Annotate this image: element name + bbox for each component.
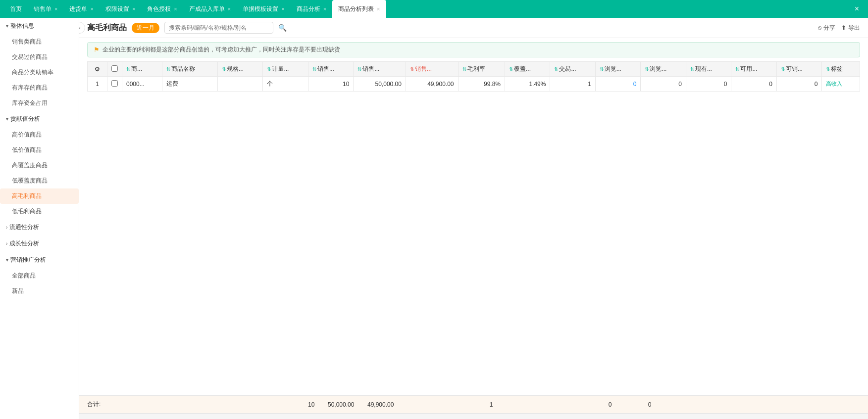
col-trade-qty[interactable]: ⇅交易...: [550, 62, 595, 77]
col-stock-sale[interactable]: ⇅可销...: [776, 62, 821, 77]
header-actions: ⎋ 分享 ⬆ 导出: [818, 24, 860, 32]
col-stock-curr[interactable]: ⇅现有...: [686, 62, 731, 77]
table-row: 1 0000... 运费 个 10 50,000.00 49,900.00 99…: [88, 77, 860, 92]
col-cover-rate[interactable]: ⇅覆盖...: [505, 62, 550, 77]
top-nav: 首页 销售单 × 进货单 × 权限设置 × 角色授权 × 产成品入库单 × 单据…: [0, 0, 868, 18]
sidebar-item-high-value[interactable]: 高价值商品: [0, 127, 79, 142]
close-product-analysis-list[interactable]: ×: [377, 6, 380, 12]
footer-stock-curr: 0: [576, 401, 615, 408]
sidebar-item-stock-capital[interactable]: 库存资金占用: [0, 95, 79, 111]
cell-checkbox[interactable]: [107, 77, 122, 92]
close-sales-order[interactable]: ×: [54, 6, 57, 12]
filter-button[interactable]: 近一月: [132, 23, 159, 33]
cell-stock-sale: 0: [776, 77, 821, 92]
close-product-inbound[interactable]: ×: [228, 6, 231, 12]
cell-name: 运费: [162, 77, 217, 92]
export-icon: ⬆: [841, 24, 846, 31]
close-all-tabs[interactable]: ×: [850, 4, 864, 13]
nav-sales-order[interactable]: 销售单 ×: [28, 0, 63, 18]
sidebar-item-category-rate[interactable]: 商品分类助销率: [0, 65, 79, 80]
sidebar-section-contribution[interactable]: ▾ 贡献值分析: [0, 111, 79, 127]
nav-product-inbound[interactable]: 产成品入库单 ×: [183, 0, 237, 18]
cell-gross-rate: 99.8%: [458, 77, 505, 92]
footer-cells: 10 50,000.00 49,900.00 1 0 0: [120, 401, 860, 408]
sidebar-item-low-coverage[interactable]: 低覆盖度商品: [0, 173, 79, 188]
footer-browse-b: [536, 401, 576, 408]
nav-product-analysis[interactable]: 商品分析 ×: [291, 0, 332, 18]
cell-trade-qty: 1: [550, 77, 595, 92]
sidebar-section-growth[interactable]: › 成长性分析: [0, 235, 79, 252]
col-name[interactable]: ⇅商品名称: [162, 62, 217, 77]
sidebar-section-overall[interactable]: ▾ 整体信息: [0, 18, 79, 34]
nav-permission[interactable]: 权限设置 ×: [100, 0, 141, 18]
nav-product-analysis-list[interactable]: 商品分析列表 ×: [332, 0, 386, 18]
settings-icon[interactable]: ⚙: [95, 66, 100, 73]
export-button[interactable]: ⬆ 导出: [841, 24, 860, 32]
footer-sale-profit: 49,900.00: [358, 401, 398, 408]
col-unit[interactable]: ⇅计量...: [263, 62, 308, 77]
footer-placeholder-2: [219, 401, 249, 408]
row-checkbox[interactable]: [111, 80, 118, 87]
sidebar-item-low-margin[interactable]: 低毛利商品: [0, 204, 79, 219]
sidebar-item-high-margin[interactable]: 高毛利商品: [0, 188, 79, 204]
cell-unit: 个: [263, 77, 308, 92]
arrow-marketing: ▾: [6, 257, 8, 263]
col-sale-amt[interactable]: ⇅销售...: [354, 62, 406, 77]
footer-placeholder-3: [249, 401, 279, 408]
page-title: 高毛利商品: [87, 23, 127, 33]
sidebar: ▾ 整体信息 销售类商品 交易过的商品 商品分类助销率 有库存的商品 库存资金占…: [0, 18, 79, 419]
col-spec[interactable]: ⇅规格...: [217, 62, 262, 77]
footer-bar: 合计: 10 50,000.00 49,900.00 1 0 0: [79, 395, 868, 413]
col-sale-profit[interactable]: ⇅销售...: [406, 62, 458, 77]
col-gross-rate[interactable]: ⇅毛利率: [458, 62, 505, 77]
sidebar-section-liquidity[interactable]: › 流通性分析: [0, 219, 79, 235]
select-all-checkbox[interactable]: [111, 65, 118, 72]
sidebar-item-sales-goods[interactable]: 销售类商品: [0, 34, 79, 49]
col-sale-qty[interactable]: ⇅销售...: [308, 62, 353, 77]
nav-template-settings[interactable]: 单据模板设置 ×: [237, 0, 290, 18]
nav-home[interactable]: 首页: [4, 0, 28, 18]
sidebar-section-marketing[interactable]: ▾ 营销推广分析: [0, 252, 79, 268]
nav-purchase-order[interactable]: 进货单 ×: [63, 0, 99, 18]
col-tag[interactable]: ⇅标签: [822, 62, 860, 77]
close-template-settings[interactable]: ×: [281, 6, 284, 12]
search-input[interactable]: [164, 22, 273, 34]
arrow-growth: ›: [6, 241, 7, 246]
col-browse-b[interactable]: ⇅浏览...: [641, 62, 686, 77]
search-button[interactable]: 🔍: [278, 24, 287, 32]
sidebar-item-low-value[interactable]: 低价值商品: [0, 142, 79, 158]
bottom-scrollbar[interactable]: [79, 413, 868, 419]
close-role-auth[interactable]: ×: [174, 6, 177, 12]
sidebar-item-high-coverage[interactable]: 高覆盖度商品: [0, 158, 79, 173]
col-checkbox[interactable]: [107, 62, 122, 77]
sidebar-item-traded-goods[interactable]: 交易过的商品: [0, 49, 79, 65]
col-stock-avail[interactable]: ⇅可用...: [731, 62, 776, 77]
sidebar-item-in-stock[interactable]: 有库存的商品: [0, 80, 79, 95]
cell-stock-curr: 0: [686, 77, 731, 92]
content-area: « 高毛利商品 近一月 🔍 ⎋ 分享 ⬆ 导出 ⚑ 企业的主要的利润都是这部分商…: [79, 18, 868, 419]
cell-sale-profit: 49,900.00: [406, 77, 458, 92]
cell-browse-a[interactable]: 0: [595, 77, 640, 92]
cell-code: 0000...: [122, 77, 162, 92]
arrow-contribution: ▾: [6, 116, 8, 122]
product-table: ⚙ ⇅商... ⇅商品名称 ⇅规格... ⇅计量... ⇅销售... ⇅销售..…: [87, 61, 860, 92]
col-browse-a[interactable]: ⇅浏览...: [595, 62, 640, 77]
cell-tag: 高收入: [822, 77, 860, 92]
tip-icon: ⚑: [94, 46, 100, 53]
table-header-row: ⚙ ⇅商... ⇅商品名称 ⇅规格... ⇅计量... ⇅销售... ⇅销售..…: [88, 62, 860, 77]
table-wrapper[interactable]: ⚙ ⇅商... ⇅商品名称 ⇅规格... ⇅计量... ⇅销售... ⇅销售..…: [79, 61, 868, 395]
close-purchase-order[interactable]: ×: [90, 6, 93, 12]
close-product-analysis[interactable]: ×: [323, 6, 326, 12]
share-button[interactable]: ⎋ 分享: [818, 24, 835, 32]
arrow-overall: ▾: [6, 23, 8, 29]
sidebar-collapse-toggle[interactable]: «: [79, 22, 85, 34]
cell-cover-rate: 1.49%: [505, 77, 550, 92]
nav-role-auth[interactable]: 角色授权 ×: [141, 0, 183, 18]
sidebar-item-all-goods[interactable]: 全部商品: [0, 268, 79, 283]
sidebar-item-new-goods[interactable]: 新品: [0, 283, 79, 299]
close-permission[interactable]: ×: [132, 6, 135, 12]
footer-placeholder-cover: [427, 401, 457, 408]
cell-sale-qty: 10: [308, 77, 353, 92]
col-code[interactable]: ⇅商...: [122, 62, 162, 77]
cell-index: 1: [88, 77, 107, 92]
